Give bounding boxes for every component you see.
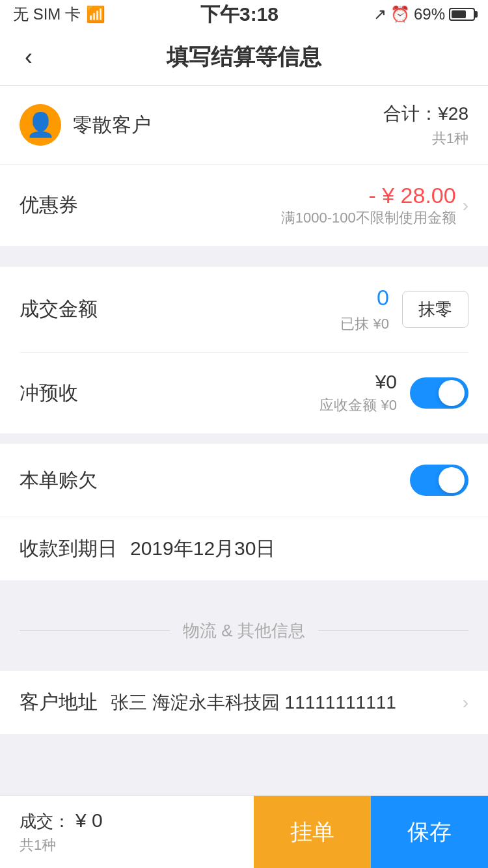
coupon-row[interactable]: 优惠券 - ¥ 28.00 满1000-100不限制使用金额 › bbox=[0, 164, 488, 246]
address-chevron-icon: › bbox=[463, 692, 468, 713]
bottom-count: 共1种 bbox=[20, 835, 234, 855]
coupon-right: - ¥ 28.00 满1000-100不限制使用金额 › bbox=[281, 183, 468, 228]
status-left: 无 SIM 卡 📶 bbox=[13, 4, 105, 25]
debit-label: 本单赊欠 bbox=[20, 467, 98, 494]
coupon-discount: - ¥ 28.00 bbox=[281, 183, 456, 208]
logistics-line-right bbox=[318, 631, 468, 631]
divider-1 bbox=[0, 256, 488, 267]
debit-section: 本单赊欠 收款到期日 2019年12月30日 bbox=[0, 444, 488, 580]
location-icon: ↗ bbox=[373, 5, 386, 23]
divider-2 bbox=[0, 433, 488, 444]
logistics-line-left bbox=[20, 631, 170, 631]
round-zero-button[interactable]: 抹零 bbox=[402, 291, 468, 328]
charge-amount: ¥0 bbox=[319, 371, 397, 393]
customer-row: 👤 零散客户 合计：¥28 共1种 bbox=[0, 86, 488, 164]
charge-right-area: ¥0 应收金额 ¥0 bbox=[319, 371, 468, 415]
back-button[interactable]: ‹ bbox=[18, 37, 39, 77]
bottom-deal-row: 成交： ¥ 0 bbox=[20, 809, 234, 833]
toggle-knob bbox=[439, 380, 465, 406]
bottom-summary: 成交： ¥ 0 共1种 bbox=[0, 809, 254, 855]
address-row[interactable]: 客户地址 张三 海淀永丰科技园 11111111111 › bbox=[0, 671, 488, 734]
status-time: 下午3:18 bbox=[200, 1, 278, 28]
debit-row: 本单赊欠 bbox=[0, 444, 488, 517]
nav-bar: ‹ 填写结算等信息 bbox=[0, 29, 488, 86]
carrier-label: 无 SIM 卡 bbox=[13, 4, 81, 25]
bottom-deal-amount: ¥ 0 bbox=[75, 809, 103, 832]
receivable-amount: 应收金额 ¥0 bbox=[319, 396, 397, 415]
amount-input[interactable] bbox=[337, 285, 389, 310]
already-rounded: 已抹 ¥0 bbox=[340, 314, 389, 334]
address-label: 客户地址 bbox=[20, 689, 98, 716]
total-amount: 合计：¥28 bbox=[383, 102, 468, 126]
amount-label: 成交金额 bbox=[20, 296, 98, 323]
customer-left: 👤 零散客户 bbox=[20, 104, 151, 146]
charge-toggle[interactable] bbox=[410, 377, 468, 409]
pending-button[interactable]: 挂单 bbox=[254, 796, 371, 869]
amount-value-area: 已抹 ¥0 bbox=[337, 285, 389, 334]
battery-label: 69% bbox=[414, 5, 445, 23]
status-right: ↗ ⏰ 69% bbox=[373, 5, 475, 23]
due-date-value: 2019年12月30日 bbox=[130, 536, 275, 562]
status-bar: 无 SIM 卡 📶 下午3:18 ↗ ⏰ 69% bbox=[0, 0, 488, 29]
avatar: 👤 bbox=[20, 104, 61, 146]
charge-row: 冲预收 ¥0 应收金额 ¥0 bbox=[20, 353, 468, 433]
logistics-section: 物流 & 其他信息 bbox=[0, 601, 488, 660]
total-count: 共1种 bbox=[383, 129, 468, 148]
page-title: 填写结算等信息 bbox=[167, 42, 321, 72]
bottom-bar: 成交： ¥ 0 共1种 挂单 保存 bbox=[0, 795, 488, 868]
content: 👤 零散客户 合计：¥28 共1种 优惠券 - ¥ 28.00 满1000-10… bbox=[0, 86, 488, 812]
due-date-row: 收款到期日 2019年12月30日 bbox=[0, 517, 488, 580]
coupon-label: 优惠券 bbox=[20, 192, 78, 219]
alarm-icon: ⏰ bbox=[390, 5, 410, 23]
avatar-icon: 👤 bbox=[26, 111, 55, 139]
logistics-label: 物流 & 其他信息 bbox=[170, 619, 318, 642]
divider-3 bbox=[0, 591, 488, 601]
save-button[interactable]: 保存 bbox=[371, 796, 488, 869]
customer-name: 零散客户 bbox=[73, 112, 151, 139]
debit-toggle[interactable] bbox=[410, 465, 468, 496]
amount-right: 已抹 ¥0 抹零 bbox=[337, 285, 468, 334]
charge-right: ¥0 应收金额 ¥0 bbox=[319, 371, 397, 415]
transaction-section: 成交金额 已抹 ¥0 抹零 冲预收 ¥0 应收金额 ¥0 bbox=[0, 267, 488, 433]
address-value: 张三 海淀永丰科技园 11111111111 bbox=[111, 690, 463, 715]
amount-row: 成交金额 已抹 ¥0 抹零 bbox=[20, 267, 468, 353]
chevron-right-icon: › bbox=[463, 195, 468, 216]
coupon-description: 满1000-100不限制使用金额 bbox=[281, 208, 456, 228]
bottom-deal-label: 成交： bbox=[20, 810, 70, 833]
customer-section: 👤 零散客户 合计：¥28 共1种 优惠券 - ¥ 28.00 满1000-10… bbox=[0, 86, 488, 246]
due-date-label: 收款到期日 bbox=[20, 536, 117, 562]
debit-toggle-knob bbox=[439, 467, 465, 493]
wifi-icon: 📶 bbox=[86, 5, 105, 23]
charge-label: 冲预收 bbox=[20, 380, 78, 407]
customer-right: 合计：¥28 共1种 bbox=[383, 102, 468, 148]
battery-icon bbox=[449, 8, 475, 21]
